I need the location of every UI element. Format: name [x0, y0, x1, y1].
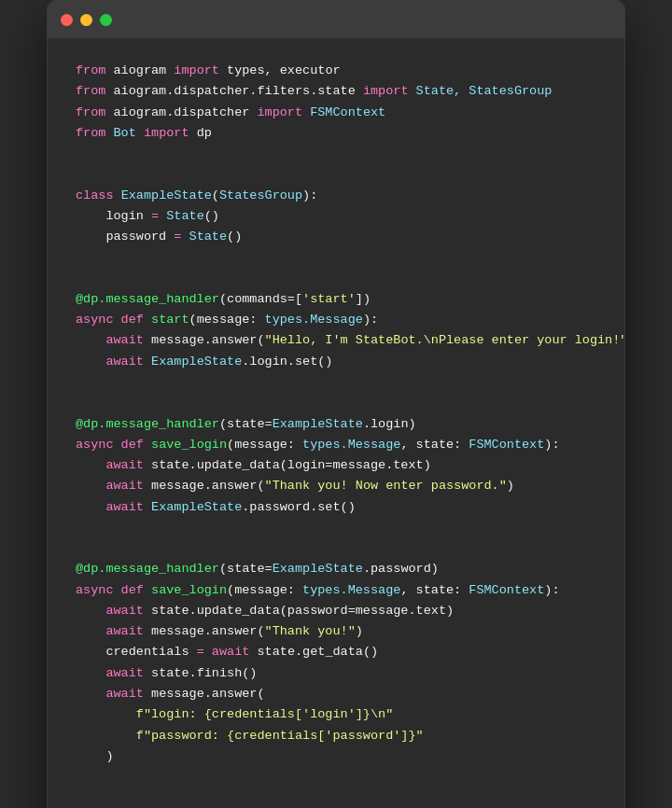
- code-window: from aiogram import types, executor from…: [47, 0, 625, 808]
- titlebar: [48, 1, 624, 38]
- maximize-button[interactable]: [100, 14, 112, 26]
- code-editor: from aiogram import types, executor from…: [48, 38, 624, 808]
- minimize-button[interactable]: [80, 14, 92, 26]
- close-button[interactable]: [61, 14, 73, 26]
